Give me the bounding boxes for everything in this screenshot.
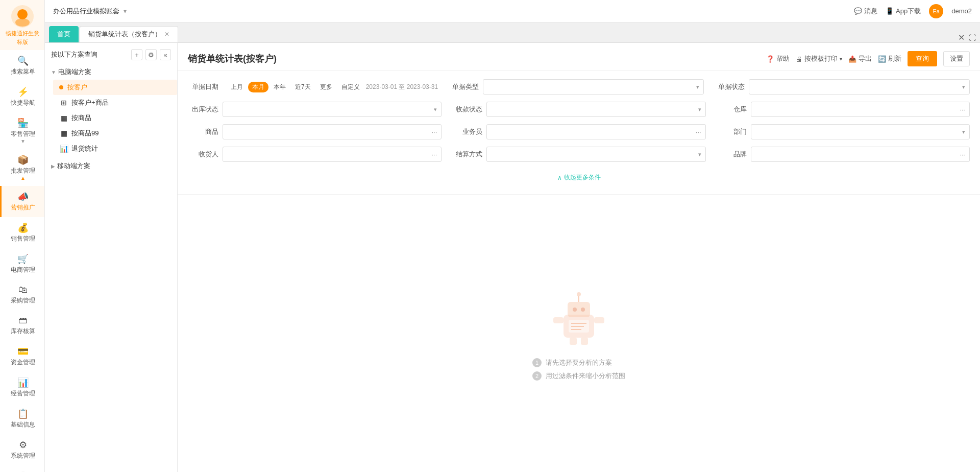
filter-row-1: 单据日期 上月 本月 本年 近7天 更多 自定义 2023-03-01 至 20… bbox=[188, 79, 970, 95]
filter-goods-input[interactable]: ··· bbox=[223, 124, 442, 139]
date-tab-7days[interactable]: 近7天 bbox=[291, 82, 315, 92]
search-icon: 🔍 bbox=[17, 55, 29, 66]
query-button[interactable]: 查询 bbox=[908, 51, 937, 66]
sidebar-item-inventory[interactable]: 🗃 库存核算 bbox=[0, 310, 44, 341]
filter-dept-input[interactable]: ▾ bbox=[751, 124, 970, 139]
filter-doc-type-label: 单据类型 bbox=[448, 82, 479, 91]
tab-home[interactable]: 首页 bbox=[49, 26, 79, 42]
date-tab-this-month[interactable]: 本月 bbox=[248, 82, 268, 92]
inventory-icon: 🗃 bbox=[18, 315, 28, 326]
date-tab-more[interactable]: 更多 bbox=[316, 82, 336, 92]
date-tab-last-month[interactable]: 上月 bbox=[227, 82, 247, 92]
scheme-item-return-stats[interactable]: 📊 退货统计 bbox=[53, 141, 177, 156]
filter-doc-type-input[interactable]: ▾ bbox=[483, 79, 704, 95]
header-dropdown-icon[interactable]: ▾ bbox=[124, 8, 127, 15]
app-download-button[interactable]: 📱 App下载 bbox=[886, 7, 921, 16]
sidebar-item-sales[interactable]: 💰 销售管理 bbox=[0, 217, 44, 248]
sidebar-menu: 🔍 搜索菜单 ⚡ 快捷导航 🏪 零售管理 ▼ 📦 批发管理 ▲ 📣 营销推广 💰… bbox=[0, 50, 44, 472]
user-name[interactable]: demo2 bbox=[951, 7, 972, 15]
left-panel-title: 按以下方案查询 bbox=[51, 50, 97, 59]
left-panel-actions: + ⚙ « bbox=[131, 49, 171, 60]
svg-rect-4 bbox=[568, 302, 590, 317]
scheme-item-by-customer-goods[interactable]: ⊞ 按客户+商品 bbox=[53, 95, 177, 110]
sidebar-item-wholesale[interactable]: 📦 批发管理 ▲ bbox=[0, 149, 44, 186]
scheme-category-mobile: ▶ 移动端方案 bbox=[45, 158, 177, 176]
scheme-item-by-goods[interactable]: ▦ 按商品 bbox=[53, 110, 177, 126]
sidebar-item-inventory-label: 库存核算 bbox=[11, 327, 35, 336]
filter-warehouse-input[interactable]: ··· bbox=[751, 102, 970, 117]
sales-icon: 💰 bbox=[17, 222, 29, 233]
filter-recipient-input[interactable]: ··· bbox=[223, 147, 442, 162]
svg-rect-16 bbox=[581, 338, 588, 345]
sidebar-item-finance[interactable]: 💳 资金管理 bbox=[0, 341, 44, 372]
filter-salesperson-input[interactable]: ··· bbox=[486, 124, 705, 139]
filter-dept-label: 部门 bbox=[716, 127, 747, 136]
sidebar-item-system-label: 系统管理 bbox=[11, 452, 35, 460]
wholesale-icon: 📦 bbox=[17, 154, 29, 166]
tab-close-icon[interactable]: ✕ bbox=[164, 31, 169, 38]
help-button[interactable]: ❓ 帮助 bbox=[766, 54, 790, 63]
date-range-value: 2023-03-01 至 2023-03-31 bbox=[366, 83, 438, 91]
ecommerce-icon: 🛒 bbox=[17, 253, 29, 265]
scheme-category-mobile-header[interactable]: ▶ 移动端方案 bbox=[45, 158, 177, 174]
scheme-item-by-goods99[interactable]: ▦ 按商品99 bbox=[53, 126, 177, 141]
date-tab-this-year[interactable]: 本年 bbox=[270, 82, 290, 92]
filter-payment-input[interactable]: ▾ bbox=[486, 102, 705, 117]
sidebar-item-purchase[interactable]: 🛍 采购管理 bbox=[0, 279, 44, 310]
collapse-icon: « bbox=[163, 51, 167, 59]
sidebar-item-ecommerce-label: 电商管理 bbox=[11, 266, 35, 274]
add-scheme-button[interactable]: + bbox=[131, 49, 142, 60]
scheme-category-pc-label: 电脑端方案 bbox=[58, 67, 91, 77]
tab-sales-stats[interactable]: 销货单统计表（按客户） ✕ bbox=[80, 26, 178, 42]
filter-doc-status-input[interactable]: ▾ bbox=[749, 79, 970, 95]
export-button[interactable]: 📤 导出 bbox=[848, 54, 872, 63]
sidebar-item-retail[interactable]: 🏪 零售管理 ▼ bbox=[0, 112, 44, 149]
sidebar-item-ecommerce[interactable]: 🛒 电商管理 bbox=[0, 248, 44, 279]
fullscreen-icon[interactable]: ⛶ bbox=[969, 34, 976, 42]
refresh-button[interactable]: 🔄 刷新 bbox=[878, 54, 901, 63]
purchase-icon: 🛍 bbox=[18, 285, 28, 295]
empty-tip-2-label: 用过滤条件来缩小分析范围 bbox=[546, 371, 625, 381]
collapse-filter-button[interactable]: ∧ 收起更多条件 bbox=[188, 169, 970, 186]
user-avatar[interactable]: Ea bbox=[929, 4, 943, 18]
refresh-label: 刷新 bbox=[888, 54, 901, 63]
svg-point-2 bbox=[15, 18, 30, 27]
system-icon: ⚙ bbox=[19, 439, 27, 451]
left-panel-header: 按以下方案查询 + ⚙ « bbox=[45, 49, 177, 64]
app-download-label: App下载 bbox=[896, 7, 921, 16]
sidebar-item-basic-label: 基础信息 bbox=[11, 420, 35, 429]
sidebar-item-marketing[interactable]: 📣 营销推广 bbox=[0, 186, 44, 217]
sidebar-logo: 畅捷通好生意 标版 bbox=[0, 0, 44, 50]
chevron-icon6: ▾ bbox=[698, 151, 701, 158]
close-window-icon[interactable]: ✕ bbox=[958, 33, 965, 42]
sidebar-item-enterprise[interactable]: 🏢 企业协同 bbox=[0, 465, 44, 472]
filter-row-3: 商品 ··· 业务员 ··· 部门 bbox=[188, 124, 970, 139]
retail-icon: 🏪 bbox=[17, 117, 29, 129]
empty-tip-1: 1 请先选择要分析的方案 bbox=[532, 358, 625, 367]
message-button[interactable]: 💬 消息 bbox=[854, 7, 877, 16]
filter-outstock-input[interactable]: ▾ bbox=[223, 102, 442, 117]
sidebar-item-basic[interactable]: 📋 基础信息 bbox=[0, 403, 44, 434]
sidebar-item-quicknav[interactable]: ⚡ 快捷导航 bbox=[0, 81, 44, 112]
scheme-settings-button[interactable]: ⚙ bbox=[145, 49, 157, 60]
scheme-item-by-customer[interactable]: 按客户 bbox=[53, 80, 177, 95]
dots-icon2: ··· bbox=[431, 128, 437, 136]
right-panel-header: 销货单统计表(按客户) ❓ 帮助 🖨 按模板打印 ▾ 📤 导出 bbox=[178, 43, 980, 71]
filter-brand-input[interactable]: ··· bbox=[751, 147, 970, 162]
filter-item-salesperson: 业务员 ··· bbox=[452, 124, 705, 139]
sidebar-item-search[interactable]: 🔍 搜索菜单 bbox=[0, 50, 44, 81]
print-button[interactable]: 🖨 按模板打印 ▾ bbox=[796, 54, 842, 63]
scheme-category-pc-header[interactable]: ▼ 电脑端方案 bbox=[45, 64, 177, 80]
filter-settlement-input[interactable]: ▾ bbox=[486, 147, 705, 162]
filter-item-doc-status: 单据状态 ▾ bbox=[714, 79, 970, 95]
sidebar-item-system[interactable]: ⚙ 系统管理 bbox=[0, 434, 44, 465]
settings-button[interactable]: 设置 bbox=[943, 51, 970, 66]
gear-icon: ⚙ bbox=[148, 51, 154, 59]
sidebar-item-operations[interactable]: 📊 经营管理 bbox=[0, 372, 44, 403]
page-content: 按以下方案查询 + ⚙ « ▼ 电脑端方案 bbox=[45, 43, 980, 472]
chevron-icon: ▾ bbox=[696, 84, 699, 90]
collapse-panel-button[interactable]: « bbox=[160, 49, 171, 60]
sidebar-item-search-label: 搜索菜单 bbox=[11, 67, 35, 76]
dots-icon: ··· bbox=[960, 106, 965, 113]
date-tab-custom[interactable]: 自定义 bbox=[337, 82, 364, 92]
